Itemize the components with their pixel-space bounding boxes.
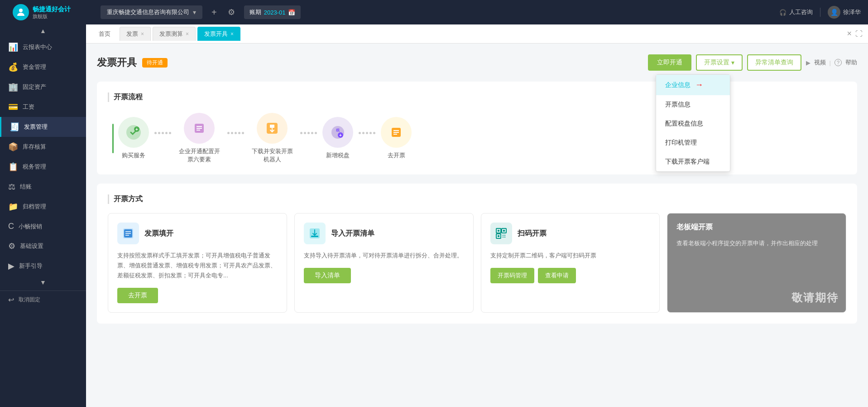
method-card-fill: 发票填开 支持按照发票样式手工填开发票；可开具增值税电子普通发票、增值税普通发票… (108, 213, 287, 313)
sidebar-scroll-down[interactable]: ▼ (0, 276, 86, 289)
xiao-report-icon: C (8, 222, 14, 231)
help-icon: ? (834, 59, 842, 66)
tab-home[interactable]: 首页 (91, 27, 118, 41)
support-button[interactable]: 🎧 人工咨询 (779, 8, 813, 16)
flow-step-tax-disk: 税 + 新增税盘 (322, 117, 353, 160)
activate-button[interactable]: 立即开通 (648, 54, 691, 71)
tab-invoice-calc[interactable]: 发票测算 × (153, 27, 196, 41)
expand-page-button[interactable]: ⛶ (855, 30, 863, 38)
logo-text: 畅捷通好会计 旗舰版 (33, 5, 71, 19)
archive-icon: 📁 (8, 202, 18, 212)
fill-method-button[interactable]: 去开票 (117, 288, 158, 303)
boss-method-title: 老板端开票 (676, 223, 713, 232)
company-selector[interactable]: 重庆畅捷交通信息咨询有限公司 ▾ (101, 5, 202, 19)
svg-rect-9 (270, 125, 274, 128)
help-label[interactable]: 帮助 (845, 58, 857, 67)
logo-icon (13, 4, 29, 20)
chevron-down-icon: ▾ (193, 9, 196, 16)
sidebar-item-archive[interactable]: 📁 归档管理 (0, 197, 86, 217)
method-card-scan: 扫码开票 支持定制开票二维码，客户端可扫码开票 开票码管理 查看申请 (481, 213, 660, 313)
scan-method-icon (490, 223, 512, 244)
sidebar-item-salary[interactable]: 💳 工资 (0, 97, 86, 117)
exception-button[interactable]: 异常清单查询 (747, 54, 801, 71)
guide-icon: ▶ (8, 261, 14, 271)
settings-chevron-icon: ▾ (731, 59, 734, 66)
sidebar-item-asset[interactable]: 🏢 固定资产 (0, 77, 86, 97)
settle-icon: ⚖ (8, 182, 15, 192)
flow-step-config: 企业开通配置开票六要素 (177, 113, 222, 164)
company-name: 重庆畅捷交通信息咨询有限公司 (107, 8, 189, 16)
flow-step-go-invoice: 去开票 (381, 117, 412, 160)
status-badge: 待开通 (142, 58, 168, 68)
add-tab-button[interactable]: + (210, 7, 219, 18)
flow-step-buy: + 购买服务 (118, 117, 149, 160)
dropdown-item-company-info[interactable]: 企业信息 → (656, 75, 730, 95)
sidebar-item-cloud-report[interactable]: 📊 云报表中心 (0, 37, 86, 57)
sidebar-item-fund[interactable]: 💰 资金管理 (0, 57, 86, 77)
sidebar-item-guide[interactable]: ▶ 新手引导 (0, 256, 86, 276)
play-icon: ▶ (806, 59, 810, 66)
close-page-button[interactable]: × (847, 29, 852, 39)
invoice-icon: 🧾 (10, 122, 19, 132)
svg-rect-32 (504, 235, 505, 236)
settings-button[interactable]: 开票设置 ▾ (696, 54, 743, 71)
import-method-button[interactable]: 导入清单 (304, 268, 351, 283)
flow-step-download: 下载并安装开票机器人 (249, 113, 295, 164)
sidebar-item-xiao-report[interactable]: C 小畅报销 (0, 217, 86, 236)
sidebar-item-tax[interactable]: 📋 税务管理 (0, 157, 86, 177)
svg-rect-29 (503, 230, 505, 232)
headphone-icon: 🎧 (779, 9, 786, 16)
sidebar-scroll-up[interactable]: ▲ (0, 24, 86, 37)
dropdown-item-invoice-info[interactable]: 开票信息 (656, 95, 730, 114)
svg-text:税: 税 (336, 128, 340, 132)
svg-text:+: + (339, 133, 342, 138)
close-tab-issue-icon[interactable]: × (230, 31, 234, 37)
cancel-icon: ↩ (8, 296, 14, 304)
dropdown-item-tax-disk-config[interactable]: 配置税盘信息 (656, 114, 730, 133)
close-tab-invoice-icon[interactable]: × (141, 31, 144, 37)
flow-section-title: 开票流程 (108, 92, 846, 102)
period-selector[interactable]: 账期 2023-01 📅 (244, 5, 301, 19)
import-method-title: 导入开票清单 (331, 229, 374, 238)
method-card-import: 导入开票清单 支持导入待开票清单，可对待开票清单进行拆分、合并处理。 导入清单 (294, 213, 474, 313)
fill-method-title: 发票填开 (144, 229, 173, 238)
settings-icon[interactable]: ⚙ (226, 7, 237, 17)
svg-rect-33 (503, 237, 504, 237)
svg-rect-24 (311, 236, 318, 237)
period-value: 2023-01 (264, 9, 286, 16)
svg-rect-31 (503, 235, 504, 236)
sidebar-item-inventory[interactable]: 📦 库存核算 (0, 137, 86, 157)
close-tab-calc-icon[interactable]: × (186, 31, 189, 37)
cloud-report-icon: 📊 (8, 42, 18, 52)
video-label[interactable]: 视频 (814, 58, 826, 67)
svg-text:+: + (135, 127, 138, 132)
calendar-icon: 📅 (288, 9, 295, 16)
import-method-desc: 支持导入待开票清单，可对待开票清单进行拆分、合并处理。 (304, 251, 464, 261)
dropdown-item-printer[interactable]: 打印机管理 (656, 133, 730, 152)
settings-dropdown: 企业信息 → 开票信息 配置税盘信息 打印机管理 (656, 74, 730, 172)
fund-icon: 💰 (8, 62, 18, 72)
logo-area: 畅捷通好会计 旗舰版 (7, 4, 93, 20)
sidebar-item-cancel[interactable]: ↩ 取消固定 (0, 291, 86, 309)
sidebar-item-invoice[interactable]: 🧾 发票管理 (0, 117, 86, 137)
avatar: 👤 (828, 6, 840, 19)
view-apply-button[interactable]: 查看申请 (538, 268, 576, 283)
fill-method-desc: 支持按照发票样式手工填开发票；可开具增值税电子普通发票、增值税普通发票、增值税专… (117, 251, 278, 281)
dropdown-arrow-icon: → (695, 80, 703, 90)
boss-method-desc: 查看老板端小程序提交的开票申请，并作出相应的处理 (676, 238, 837, 248)
svg-rect-28 (498, 230, 499, 232)
inventory-icon: 📦 (8, 142, 18, 152)
methods-section-title: 开票方式 (108, 194, 846, 204)
sidebar-item-settle[interactable]: ⚖ 结账 (0, 177, 86, 197)
tab-invoice-list[interactable]: 发票 × (120, 27, 151, 41)
dropdown-item-download-client[interactable]: 下载开票客户端 (656, 152, 730, 171)
user-menu[interactable]: 👤 徐泽华 (828, 6, 861, 19)
flow-left-bar (112, 124, 114, 153)
sidebar-item-basic-settings[interactable]: ⚙ 基础设置 (0, 236, 86, 256)
methods-section: 开票方式 (97, 184, 857, 324)
tab-invoice-issue[interactable]: 发票开具 × (197, 27, 240, 41)
fill-method-icon (117, 223, 139, 244)
boss-overlay: 敬请期待 (791, 291, 839, 305)
svg-point-0 (19, 9, 23, 12)
scan-code-manage-button[interactable]: 开票码管理 (490, 268, 534, 283)
